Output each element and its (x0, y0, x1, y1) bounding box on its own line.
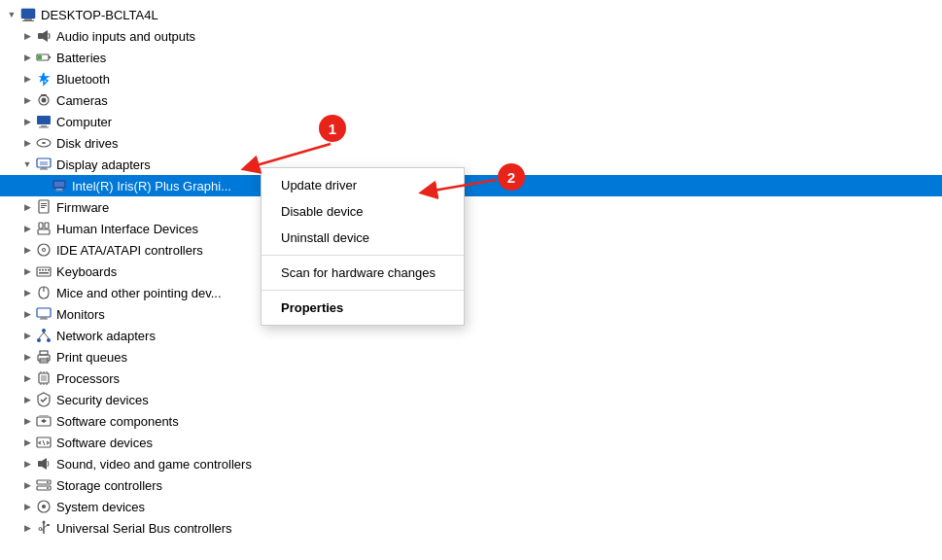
tree-item-monitors[interactable]: Monitors (0, 303, 942, 325)
svg-rect-1 (24, 18, 32, 20)
tree-item-software-dev[interactable]: Software devices (0, 432, 942, 453)
batteries-icon (35, 50, 52, 65)
svg-rect-77 (47, 524, 50, 526)
network-chevron (19, 328, 35, 343)
context-menu-properties[interactable]: Properties (262, 295, 464, 321)
intel-label: Intel(R) Iris(R) Plus Graphi... (72, 179, 231, 193)
disk-icon (35, 135, 52, 151)
print-icon (35, 349, 52, 365)
tree-item-audio[interactable]: Audio inputs and outputs (0, 25, 942, 47)
usb-label: Universal Serial Bus controllers (56, 521, 232, 536)
tree-item-security[interactable]: Security devices (0, 389, 942, 410)
context-menu-sep2 (262, 290, 464, 291)
keyboards-icon (35, 263, 52, 279)
svg-rect-25 (41, 203, 47, 204)
tree-item-processors[interactable]: Processors (0, 368, 942, 389)
root-label: DESKTOP-BCLTA4L (41, 8, 158, 22)
context-menu-update[interactable]: Update driver (262, 172, 464, 198)
tree-item-bluetooth[interactable]: Bluetooth (0, 68, 942, 89)
cameras-chevron (19, 92, 35, 108)
display-label: Display adapters (56, 158, 151, 172)
tree-item-system[interactable]: System devices (0, 496, 942, 517)
svg-rect-3 (38, 33, 43, 39)
tree-item-firmware[interactable]: Firmware (0, 196, 942, 218)
processors-label: Processors (56, 371, 120, 386)
svg-rect-42 (41, 317, 47, 319)
svg-rect-19 (40, 169, 48, 170)
annotation-2: 2 (498, 163, 525, 191)
bluetooth-label: Bluetooth (56, 72, 110, 87)
context-menu-disable[interactable]: Disable device (262, 198, 464, 225)
audio-icon (35, 28, 52, 44)
mice-icon (35, 285, 52, 300)
tree-item-mice[interactable]: Mice and other pointing dev... (0, 282, 942, 303)
svg-rect-21 (54, 182, 64, 187)
tree-item-display[interactable]: Display adapters (0, 154, 942, 175)
usb-icon (35, 520, 52, 536)
svg-rect-30 (38, 229, 50, 234)
tree-item-disk[interactable]: Disk drives (0, 132, 942, 154)
svg-rect-27 (41, 207, 45, 208)
audio-label: Audio inputs and outputs (56, 29, 195, 44)
svg-point-72 (42, 505, 46, 508)
tree-item-batteries[interactable]: Batteries (0, 47, 942, 68)
svg-point-69 (47, 481, 49, 483)
svg-rect-13 (39, 127, 49, 128)
svg-rect-28 (39, 223, 43, 228)
svg-rect-17 (40, 161, 48, 165)
display-chevron (19, 157, 35, 172)
svg-rect-50 (40, 351, 48, 355)
bluetooth-chevron (19, 71, 35, 87)
storage-icon (35, 477, 52, 493)
cameras-icon (35, 92, 52, 108)
tree-item-cameras[interactable]: Cameras (0, 89, 942, 111)
batteries-label: Batteries (56, 51, 106, 65)
audio-chevron (19, 28, 35, 44)
svg-marker-4 (43, 30, 48, 42)
context-menu-scan[interactable]: Scan for hardware changes (262, 260, 464, 286)
svg-rect-22 (56, 189, 62, 191)
system-icon (35, 499, 52, 514)
firmware-label: Firmware (56, 200, 109, 215)
ide-label: IDE ATA/ATAPI controllers (56, 243, 203, 258)
processors-icon (35, 370, 52, 386)
disk-chevron (19, 135, 35, 151)
software-comp-chevron (19, 413, 35, 429)
context-menu: Update driver Disable device Uninstall d… (261, 167, 465, 326)
tree-item-hid[interactable]: Human Interface Devices (0, 218, 942, 239)
device-manager: DESKTOP-BCLTA4L Audio inputs and outputs… (0, 0, 942, 560)
monitors-icon (35, 306, 52, 322)
svg-line-64 (43, 440, 45, 445)
svg-rect-7 (38, 55, 42, 59)
tree-item-print[interactable]: Print queues (0, 346, 942, 368)
svg-rect-18 (41, 167, 47, 169)
software-dev-label: Software devices (56, 436, 153, 450)
tree-item-ide[interactable]: IDE ATA/ATAPI controllers (0, 239, 942, 261)
software-dev-icon (35, 435, 52, 450)
monitors-chevron (19, 306, 35, 322)
context-menu-uninstall[interactable]: Uninstall device (262, 225, 464, 251)
display-icon (35, 157, 52, 172)
svg-rect-36 (42, 269, 44, 271)
svg-rect-11 (37, 116, 51, 124)
tree-item-storage[interactable]: Storage controllers (0, 474, 942, 496)
tree-root[interactable]: DESKTOP-BCLTA4L (0, 4, 942, 25)
tree-item-software-comp[interactable]: Software components (0, 410, 942, 432)
hid-icon (35, 221, 52, 236)
tree-item-usb[interactable]: Universal Serial Bus controllers (0, 517, 942, 539)
mice-label: Mice and other pointing dev... (56, 286, 222, 300)
svg-point-44 (42, 329, 46, 332)
software-dev-chevron (19, 435, 35, 450)
svg-rect-38 (48, 269, 50, 271)
bluetooth-icon (35, 71, 52, 87)
print-label: Print queues (56, 350, 127, 365)
tree-item-intel[interactable]: Intel(R) Iris(R) Plus Graphi... (0, 175, 942, 196)
computer-icon (35, 114, 52, 129)
tree-item-network[interactable]: Network adapters (0, 325, 942, 346)
monitors-label: Monitors (56, 307, 105, 322)
tree-item-computer[interactable]: Computer (0, 111, 942, 132)
svg-point-76 (43, 521, 46, 524)
tree-item-keyboards[interactable]: Keyboards (0, 261, 942, 282)
computer-chevron (19, 114, 35, 129)
tree-item-sound[interactable]: Sound, video and game controllers (0, 453, 942, 474)
